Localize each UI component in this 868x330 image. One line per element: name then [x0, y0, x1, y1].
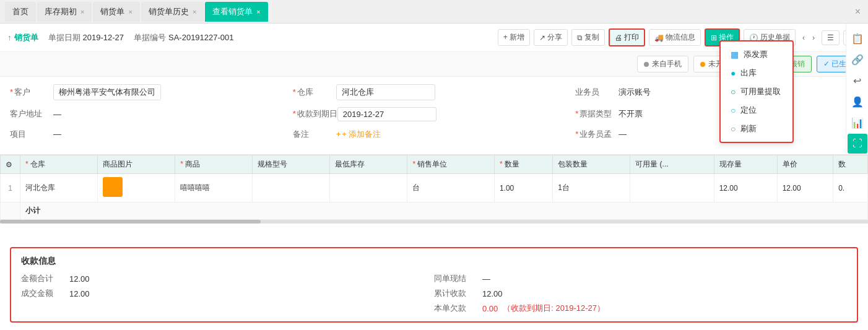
available-pickup-icon: ○: [731, 87, 736, 97]
share-button[interactable]: ↗ 分享: [534, 29, 568, 46]
customer-field: *客户 柳州粤港平安气体有限公司: [10, 84, 293, 100]
add-note-button[interactable]: + + 添加备注: [336, 129, 381, 140]
project-field: 项目 —: [10, 128, 293, 141]
tab-home[interactable]: 首页: [5, 2, 36, 22]
col-amount: 数: [833, 155, 868, 174]
from-phone-button[interactable]: 来自手机: [637, 56, 688, 72]
scroll-bar[interactable]: [0, 220, 868, 224]
refresh-item[interactable]: ○ 刷新: [721, 119, 792, 138]
current-due-value: 0.00: [482, 304, 498, 313]
warehouse-value[interactable]: 河北仓库: [336, 84, 435, 100]
tab-inventory-init[interactable]: 库存期初 ×: [37, 2, 92, 22]
tab-inventory-init-close[interactable]: ×: [80, 8, 84, 15]
col-spec: 规格型号: [253, 155, 330, 174]
staff2-value: —: [618, 128, 718, 141]
print-button[interactable]: 🖨 打印: [609, 28, 645, 46]
add-note-icon: +: [336, 129, 341, 139]
list-view-button[interactable]: ☰: [822, 30, 840, 45]
row-unit-price: 12.00: [777, 174, 833, 202]
table-header-row: ⚙ * 仓库 商品图片 * 商品 规格型号 最低库存 * 销售单位 * 数量 包…: [1, 155, 868, 174]
copy-button[interactable]: ⧉ 复制: [571, 29, 605, 46]
toolbar: + 新增 ↗ 分享 ⧉ 复制 🖨 打印 🚚 物流信息 ⊞ 操作 �: [498, 28, 861, 46]
locate-item[interactable]: ○ 定位: [721, 101, 792, 119]
total-amount-value: 12.00: [69, 274, 90, 284]
ticket-field: *票据类型 不开票: [575, 106, 858, 121]
phone-dot-icon: [644, 62, 649, 67]
deal-amount-value: 12.00: [69, 289, 90, 298]
staff-field: 业务员 演示账号: [575, 85, 858, 100]
tab-sales-history[interactable]: 销货单历史 ×: [141, 2, 204, 22]
address-field: 客户地址 —: [10, 108, 293, 121]
doc-meta: 单据日期 2019-12-27 单据编号 SA-20191227-001: [48, 32, 498, 43]
ticket-value: 不开票: [618, 106, 718, 121]
current-due-row: 本单欠款 0.00 （收款到期日: 2019-12-27）: [434, 303, 847, 314]
row-pack-qty: 1台: [553, 174, 630, 202]
row-min-stock: [330, 174, 407, 202]
deal-amount-row: 成交金额 12.00: [21, 288, 434, 299]
row-stock: 12.00: [714, 174, 777, 202]
row-warehouse: 河北仓库: [20, 174, 98, 202]
doc-date-item: 单据日期 2019-12-27: [48, 32, 124, 43]
table-row: 1 河北仓库 嘻嘻嘻嘻 台 1.00 1台 12.00 12.00 0.: [1, 174, 868, 202]
out-warehouse-item[interactable]: ● 出库: [721, 64, 792, 82]
row-product-img: [98, 174, 175, 202]
window-close-button[interactable]: ×: [855, 6, 861, 17]
staff-value: 演示账号: [618, 85, 718, 100]
prev-arrow[interactable]: ‹: [799, 32, 808, 44]
payment-panel-title: 收款信息: [21, 256, 847, 267]
doc-type-icon: ↑: [7, 33, 12, 42]
tab-sales-order-close[interactable]: ×: [128, 8, 132, 15]
data-table: ⚙ * 仓库 商品图片 * 商品 规格型号 最低库存 * 销售单位 * 数量 包…: [0, 155, 868, 220]
subtotal-row: 小计: [1, 202, 868, 220]
row-quantity: 1.00: [494, 174, 552, 202]
scroll-thumb: [0, 220, 261, 224]
row-available: [630, 174, 714, 202]
col-available: 可用量 (...: [630, 155, 714, 174]
tab-sales-history-close[interactable]: ×: [193, 8, 196, 15]
sidebar-icon-chart[interactable]: 📊: [848, 113, 867, 132]
refresh-icon: ○: [731, 124, 736, 134]
add-invoice-item[interactable]: ▦ 添发票: [721, 45, 792, 64]
available-pickup-item[interactable]: ○ 可用量提取: [721, 82, 792, 101]
nav-arrows: ‹ ›: [799, 32, 818, 44]
col-pack-qty: 包装数量: [553, 155, 630, 174]
unopened-dot-icon: [700, 62, 705, 67]
col-warehouse: * 仓库: [20, 155, 98, 174]
same-order-value: —: [482, 274, 490, 284]
sidebar-icon-expand[interactable]: ⛶: [848, 134, 867, 154]
note-field: 备注 + + 添加备注: [293, 129, 576, 140]
col-settings[interactable]: ⚙: [1, 155, 20, 174]
sidebar-icon-user[interactable]: 👤: [848, 92, 867, 111]
add-invoice-icon: ▦: [731, 50, 739, 59]
col-unit-price: 单价: [777, 155, 833, 174]
tab-check-sales-close[interactable]: ×: [256, 8, 260, 15]
due-date-value[interactable]: 2019-12-27: [337, 107, 436, 121]
customer-value[interactable]: 柳州粤港平安气体有限公司: [53, 84, 161, 100]
sidebar-icon-link[interactable]: 🔗: [848, 50, 867, 69]
row-product: 嘻嘻嘻嘻: [175, 174, 253, 202]
right-sidebar: 📋 🔗 ↩ 👤 📊 ⛶: [846, 24, 868, 154]
payment-panel: 收款信息 金额合计 12.00 同单现结 — 成交金额 12.00 累计收款 1…: [10, 247, 858, 323]
total-amount-row: 金额合计 12.00: [21, 273, 434, 284]
doc-num-item: 单据编号 SA-20191227-001: [134, 32, 234, 43]
cumulative-value: 12.00: [482, 289, 503, 298]
tab-check-sales[interactable]: 查看销货单 ×: [205, 2, 267, 22]
address-value: —: [53, 108, 152, 121]
row-spec: [253, 174, 330, 202]
tab-sales-order[interactable]: 销货单 ×: [93, 2, 139, 22]
next-arrow[interactable]: ›: [809, 32, 818, 44]
sidebar-icon-return[interactable]: ↩: [848, 71, 867, 90]
copy-icon: ⧉: [577, 33, 583, 42]
product-image: [103, 177, 123, 197]
logistics-button[interactable]: 🚚 物流信息: [649, 29, 701, 46]
row-num: 1: [1, 174, 20, 202]
sidebar-icon-clipboard[interactable]: 📋: [848, 28, 867, 48]
logistics-icon: 🚚: [654, 33, 664, 42]
operation-dropdown: ▦ 添发票 ● 出库 ○ 可用量提取 ○ 定位 ○ 刷新: [719, 40, 794, 143]
payment-grid: 金额合计 12.00 同单现结 — 成交金额 12.00 累计收款 12.00 …: [21, 273, 847, 314]
new-button[interactable]: + 新增: [498, 29, 530, 46]
row-sales-unit: 台: [407, 174, 495, 202]
col-product-img: 商品图片: [98, 155, 175, 174]
col-sales-unit: * 销售单位: [407, 155, 495, 174]
row-amount: 0.: [833, 174, 868, 202]
